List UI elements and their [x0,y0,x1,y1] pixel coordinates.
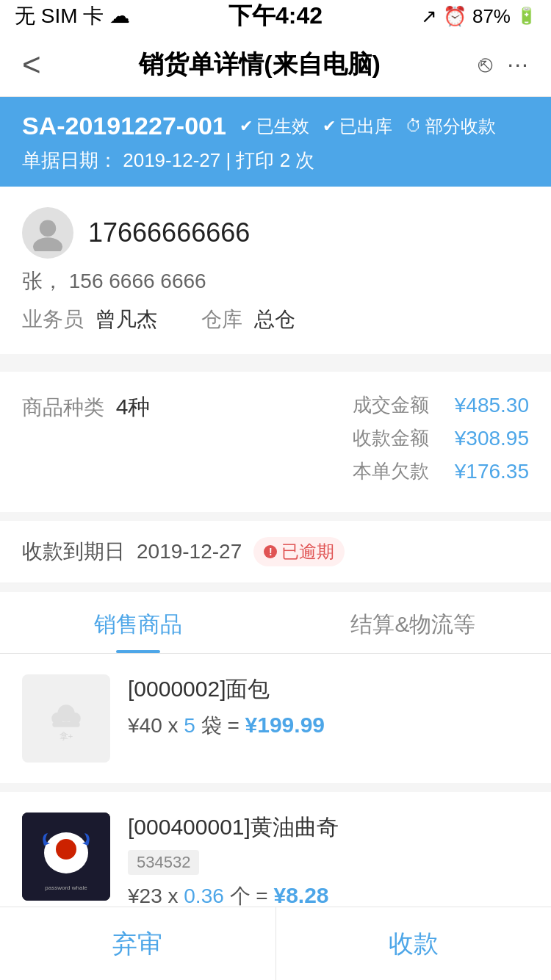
svg-rect-5 [52,722,79,727]
product-thumb-1: 拿+ [22,674,110,763]
price-unit-1: ¥40 [128,714,162,737]
badge-partial: ⏱ 部分收款 [406,115,496,138]
svg-text:拿+: 拿+ [60,731,73,741]
date-label: 单据日期： [22,149,118,171]
nav-left: < [22,46,41,83]
collect-label: 收款金额 [353,425,429,451]
summary-row-owe: 本单欠款 ¥176.35 [353,458,529,484]
collect-label: 收款 [389,927,439,961]
divider-2 [0,583,551,592]
clock-icon: ⏱ [406,117,422,136]
location-icon: ↗ [421,5,437,28]
product-price-1: ¥40 x 5 袋 = ¥199.99 [128,712,529,740]
warehouse-label: 仓库 [201,308,242,331]
overdue-text: 已逾期 [281,540,334,563]
status-bar: 无 SIM 卡 ☁ 下午4:42 ↗ ⏰ 87% 🔋 [0,0,551,32]
deal-value: ¥485.30 [441,394,529,417]
svg-point-1 [33,237,62,251]
product-info-2: [000400001]黄油曲奇 534532 ¥23 x 0.36 个 = ¥8… [128,813,529,910]
customer-meta: 业务员 曾凡杰 仓库 总仓 [22,306,529,334]
nav-right: ⎋ ··· [478,51,529,78]
avatar [22,207,73,259]
product-sku-2: 534532 [128,850,199,875]
banner-row1: SA-20191227-001 ✔ 已生效 ✔ 已出库 ⏱ 部分收款 [22,112,529,140]
print-text: | 打印 2 次 [226,149,314,171]
back-button[interactable]: < [22,46,41,83]
share-icon[interactable]: ⎋ [478,51,492,78]
badge-shipped-text: 已出库 [339,115,392,138]
price-eq-1: = [227,714,245,737]
product-info-1: [0000002]面包 ¥40 x 5 袋 = ¥199.99 [128,674,529,740]
overdue-badge: ! 已逾期 [253,537,345,566]
staff-value: 曾凡杰 [96,308,157,331]
price-x-2: x [168,884,184,907]
check-icon-2: ✔ [323,117,336,136]
warehouse-info: 仓库 总仓 [201,306,295,334]
status-time: 下午4:42 [228,0,323,32]
product-thumb-2: password whale [22,813,110,901]
price-x-1: x [168,714,184,737]
more-icon[interactable]: ··· [507,51,529,78]
staff-label: 业务员 [22,308,84,331]
status-left: 无 SIM 卡 ☁ [15,2,130,30]
divider-1 [0,363,551,372]
badge-effective: ✔ 已生效 [240,115,309,138]
banner-date-row: 单据日期： 2019-12-27 | 打印 2 次 [22,148,529,173]
price-eq-2: = [256,884,273,907]
warehouse-value: 总仓 [254,308,295,331]
owe-value: ¥176.35 [441,460,529,483]
signal-text: 无 SIM 卡 ☁ [15,2,130,30]
summary-row-collect: 收款金额 ¥308.95 [353,425,529,451]
badge-effective-text: 已生效 [256,115,309,138]
battery-icon: 🔋 [516,7,536,26]
total-2: ¥8.28 [273,883,328,907]
price-unit-2: ¥23 [128,884,162,907]
due-label: 收款到期日 [22,538,125,566]
summary-right: 成交金额 ¥485.30 收款金额 ¥308.95 本单欠款 ¥176.35 [353,392,529,491]
overdue-icon: ! [264,545,277,558]
status-right: ↗ ⏰ 87% 🔋 [421,5,536,28]
qty-1: 5 [184,714,195,737]
alarm-icon: ⏰ [443,5,467,28]
total-1: ¥199.99 [245,713,325,737]
bottom-bar: 弃审 收款 [0,907,551,980]
customer-top: 17666666666 [22,207,529,259]
qty-unit-2: 个 [230,884,251,907]
deal-label: 成交金额 [353,392,429,418]
tab-settlement[interactable]: 结算&物流等 [276,592,551,653]
list-item: 拿+ [0000002]面包 ¥40 x 5 袋 = ¥199.99 [0,654,551,783]
collect-value: ¥308.95 [441,427,529,450]
product-name-2: [000400001]黄油曲奇 [128,813,529,843]
svg-point-0 [40,220,57,237]
badge-partial-text: 部分收款 [425,115,496,138]
header-banner: SA-20191227-001 ✔ 已生效 ✔ 已出库 ⏱ 部分收款 单据日期：… [0,97,551,187]
customer-name-phone: 张， 156 6666 6666 [22,267,529,295]
summary-row-deal: 成交金额 ¥485.30 [353,392,529,418]
abandon-label: 弃审 [112,927,162,961]
page-title: 销货单详情(来自电脑) [139,48,381,82]
badge-shipped: ✔ 已出库 [323,115,392,138]
tab-settlement-label: 结算&物流等 [350,612,475,636]
tab-products[interactable]: 销售商品 [0,592,276,653]
tab-products-label: 销售商品 [94,612,182,636]
check-icon-1: ✔ [240,117,253,136]
due-section: 收款到期日 2019-12-27 ! 已逾期 [0,521,551,583]
collect-button[interactable]: 收款 [276,907,552,980]
battery-text: 87% [472,5,511,28]
qty-2: 0.36 [184,884,224,907]
abandon-button[interactable]: 弃审 [0,907,276,980]
owe-label: 本单欠款 [353,458,429,484]
staff-info: 业务员 曾凡杰 [22,306,157,334]
customer-section: 17666666666 张， 156 6666 6666 业务员 曾凡杰 仓库 … [0,187,551,354]
summary-section: 商品种类 4种 成交金额 ¥485.30 收款金额 ¥308.95 本单欠款 ¥… [0,372,551,512]
date-value: 2019-12-27 [123,149,220,171]
svg-text:password whale: password whale [45,884,87,891]
qty-unit-1: 袋 [201,714,222,737]
order-id: SA-20191227-001 [22,112,226,140]
svg-point-9 [56,839,76,860]
tabs-bar: 销售商品 结算&物流等 [0,592,551,654]
product-name-1: [0000002]面包 [128,674,529,705]
category-value: 4种 [116,394,151,419]
summary-left: 商品种类 4种 [22,392,150,491]
nav-bar: < 销货单详情(来自电脑) ⎋ ··· [0,32,551,97]
